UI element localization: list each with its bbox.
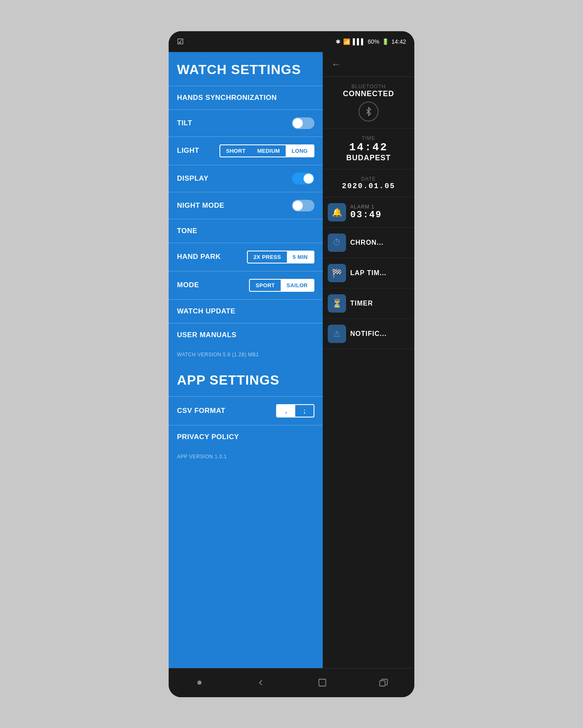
night-mode-toggle[interactable] [292, 200, 314, 211]
time-card: TIME 14:42 BUDAPEST [323, 129, 414, 169]
display-toggle[interactable] [292, 173, 314, 184]
night-mode-toggle-thumb [293, 201, 303, 211]
alarm-label: ALARM 1 [350, 204, 409, 210]
time-label: TIME [329, 135, 408, 141]
light-medium[interactable]: MEDIUM [252, 145, 286, 157]
time-value: 14:42 [329, 141, 408, 154]
status-left: ☑ [177, 37, 184, 46]
user-manuals-label: USER MANUALS [177, 331, 237, 339]
hand-park-2x-press[interactable]: 2X PRESS [248, 251, 287, 263]
svg-rect-1 [380, 681, 385, 686]
menu-chrono[interactable]: ⏱ CHRON... [323, 228, 414, 258]
signal-bars: ▌▌▌ [353, 38, 365, 45]
bluetooth-card: BLUETOOTH CONNECTED [323, 77, 414, 129]
lap-time-icon: 🏁 [328, 264, 346, 282]
chrono-label: CHRON... [350, 239, 384, 246]
time-city: BUDAPEST [329, 154, 408, 162]
tone-label: TONE [177, 227, 197, 235]
notifications-label: NOTIFIC... [350, 330, 386, 338]
hand-park-5min[interactable]: 5 MIN [287, 251, 314, 263]
status-right: ✱ 📶 ▌▌▌ 60% 🔋 14:42 [336, 38, 406, 45]
app-settings-title: APP SETTINGS [169, 363, 323, 396]
right-panel: ← BLUETOOTH CONNECTED TIME 14:42 BUDAPES… [323, 52, 414, 668]
bluetooth-label: BLUETOOTH [329, 84, 408, 89]
watch-settings-title: WATCH SETTINGS [169, 52, 323, 86]
watch-update-label: WATCH UPDATE [177, 307, 235, 316]
setting-hand-park: HAND PARK 2X PRESS 5 MIN [169, 243, 323, 271]
setting-watch-update[interactable]: WATCH UPDATE [169, 299, 323, 323]
setting-user-manuals[interactable]: USER MANUALS [169, 323, 323, 347]
light-long[interactable]: LONG [286, 145, 314, 157]
alarm-icon: 🔔 [328, 203, 346, 221]
nav-dot[interactable] [189, 674, 210, 691]
bottom-nav [169, 668, 414, 697]
setting-display[interactable]: DISPLAY [169, 165, 323, 192]
alarm-value: 03:49 [350, 210, 409, 220]
tilt-toggle-thumb [293, 118, 303, 128]
mode-label: MODE [177, 281, 199, 289]
phone-container: ☑ ✱ 📶 ▌▌▌ 60% 🔋 14:42 WATCH SETTINGS HAN… [169, 31, 414, 697]
lap-time-label: LAP TIM... [350, 269, 386, 277]
menu-lap-time[interactable]: 🏁 LAP TIM... [323, 258, 414, 288]
hand-park-label: HAND PARK [177, 253, 221, 261]
date-value: 2020.01.05 [329, 182, 408, 190]
csv-comma[interactable]: , [277, 405, 295, 417]
battery-icon: 🔋 [382, 38, 389, 45]
bluetooth-status-icon: ✱ [336, 38, 341, 45]
svg-rect-0 [319, 679, 326, 686]
light-short[interactable]: SHORT [220, 145, 252, 157]
timer-icon: ⏳ [328, 294, 346, 313]
tilt-label: TILT [177, 119, 192, 127]
csv-format-label: CSV FORMAT [177, 407, 225, 415]
dot-icon [197, 681, 202, 685]
light-label: LIGHT [177, 147, 199, 155]
setting-tilt[interactable]: TILT [169, 109, 323, 137]
setting-hands-sync[interactable]: HANDS SYNCHRONIZATION [169, 86, 323, 109]
setting-mode: MODE SPORT SAILOR [169, 271, 323, 299]
left-panel: WATCH SETTINGS HANDS SYNCHRONIZATION TIL… [169, 52, 323, 668]
menu-notifications[interactable]: ⚠ NOTIFIC... [323, 319, 414, 349]
setting-tone[interactable]: TONE [169, 219, 323, 243]
right-header: ← [323, 52, 414, 77]
bluetooth-icon [359, 102, 379, 122]
display-label: DISPLAY [177, 174, 209, 183]
setting-privacy-policy[interactable]: PRIVACY POLICY [169, 425, 323, 449]
alarm-text: ALARM 1 03:49 [350, 204, 409, 220]
csv-semicolon[interactable]: ; [295, 405, 314, 417]
hand-park-segmented[interactable]: 2X PRESS 5 MIN [247, 251, 314, 263]
menu-timer[interactable]: ⏳ TIMER [323, 288, 414, 319]
light-segmented[interactable]: SHORT MEDIUM LONG [219, 144, 314, 157]
wifi-icon: 📶 [343, 38, 350, 45]
setting-light: LIGHT SHORT MEDIUM LONG [169, 137, 323, 165]
app-version: APP VERSION 1.0.1 [169, 449, 323, 465]
bluetooth-value: CONNECTED [329, 89, 408, 98]
battery-percent: 60% [368, 38, 379, 45]
csv-segmented[interactable]: , ; [276, 404, 314, 417]
nav-recents[interactable] [373, 674, 394, 691]
mode-sport[interactable]: SPORT [250, 280, 281, 291]
nav-back[interactable] [250, 674, 271, 691]
mode-sailor[interactable]: SAILOR [281, 280, 314, 291]
notification-icon: ☑ [177, 37, 184, 46]
tilt-toggle[interactable] [292, 117, 314, 129]
hands-sync-label: HANDS SYNCHRONIZATION [177, 94, 277, 102]
watch-version: WATCH VERSION 5.9 (1.28) MB1 [169, 347, 323, 363]
date-label: DATE [329, 176, 408, 182]
notifications-icon: ⚠ [328, 325, 346, 343]
night-mode-label: NIGHT MODE [177, 201, 224, 210]
chrono-icon: ⏱ [328, 234, 346, 252]
nav-home[interactable] [312, 674, 333, 691]
display-toggle-thumb [304, 174, 314, 184]
clock-time: 14:42 [391, 38, 406, 45]
status-bar: ☑ ✱ 📶 ▌▌▌ 60% 🔋 14:42 [169, 31, 414, 52]
setting-night-mode[interactable]: NIGHT MODE [169, 192, 323, 219]
setting-csv-format: CSV FORMAT , ; [169, 396, 323, 425]
timer-label: TIMER [350, 300, 373, 307]
privacy-policy-label: PRIVACY POLICY [177, 433, 239, 441]
main-area: WATCH SETTINGS HANDS SYNCHRONIZATION TIL… [169, 52, 414, 668]
back-button[interactable]: ← [331, 58, 341, 70]
date-card: DATE 2020.01.05 [323, 169, 414, 197]
mode-segmented[interactable]: SPORT SAILOR [249, 279, 314, 292]
alarm-card: 🔔 ALARM 1 03:49 [323, 197, 414, 228]
